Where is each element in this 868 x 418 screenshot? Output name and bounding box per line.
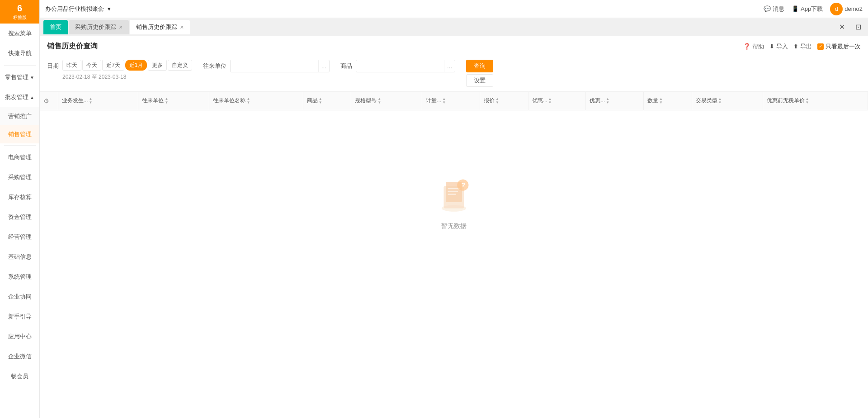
- sidebar-item-inventory[interactable]: 库存核算: [0, 187, 40, 207]
- sidebar-item-marketing[interactable]: 营销推广: [0, 107, 40, 125]
- sidebar-item-retail-mgmt[interactable]: 零售管理 ▼: [0, 67, 40, 87]
- sidebar-item-operation-mgmt[interactable]: 经营管理: [0, 227, 40, 247]
- sidebar-item-quick-nav[interactable]: 快捷导航: [0, 43, 40, 63]
- sidebar-divider: [4, 65, 36, 66]
- sidebar-logo[interactable]: 6 标推版: [0, 0, 40, 24]
- tab-purchase-history[interactable]: 采购历史价跟踪 ×: [69, 20, 129, 34]
- message-label: 消息: [773, 5, 784, 13]
- settings-button[interactable]: 设置: [466, 74, 493, 87]
- sort-arrows-spec[interactable]: ▲▼: [377, 97, 381, 104]
- col-header-qty: 数量 ▲▼: [647, 97, 688, 104]
- export-button[interactable]: ⬆ 导出: [793, 43, 812, 51]
- sidebar-item-app-center[interactable]: 应用中心: [0, 327, 40, 347]
- sidebar-item-label: 营销推广: [8, 112, 32, 120]
- sort-arrows-unit[interactable]: ▲▼: [442, 97, 446, 104]
- close-all-tabs-button[interactable]: ✕: [835, 21, 848, 33]
- sidebar-item-basic-info[interactable]: 基础信息: [0, 247, 40, 267]
- col-header-discount1: 优惠... ▲▼: [532, 97, 582, 104]
- col-label: 往来单位名称: [213, 97, 245, 104]
- query-button[interactable]: 查询: [466, 60, 493, 72]
- col-label: 业务发生...: [62, 97, 88, 104]
- sort-arrows-partner-code[interactable]: ▲▼: [165, 97, 168, 104]
- sort-arrows-discount2[interactable]: ▲▼: [606, 97, 609, 104]
- sidebar-item-label: 畅会员: [11, 372, 28, 380]
- topbar-dropdown-icon[interactable]: ▾: [108, 5, 111, 12]
- col-header-biz-date: 业务发生... ▲▼: [62, 97, 135, 104]
- sidebar-item-label: 采购管理: [8, 173, 32, 181]
- page-header: 销售历史价查询 ❓ 帮助 ⬇ 导入 ⬆ 导出 ✓ 只看最后一次: [40, 36, 868, 55]
- th-quote: 报价 ▲▼: [480, 92, 528, 110]
- user-profile[interactable]: d demo2: [830, 3, 863, 15]
- date-btn-1month[interactable]: 近1月: [125, 60, 147, 71]
- sort-arrows-qty[interactable]: ▲▼: [659, 97, 663, 104]
- th-goods: 商品 ▲▼: [303, 92, 351, 110]
- sidebar-item-enterprise-coop[interactable]: 企业协同: [0, 287, 40, 307]
- tab-purchase-label: 采购历史价跟踪: [75, 23, 116, 31]
- date-buttons-group: 昨天 今天 近7天 近1月 更多 自定义: [62, 60, 192, 71]
- sidebar-item-new-guide[interactable]: 新手引导: [0, 307, 40, 327]
- goods-input[interactable]: [356, 63, 443, 70]
- date-btn-today[interactable]: 今天: [82, 60, 101, 71]
- sidebar-item-label: 快捷导航: [8, 49, 32, 57]
- sort-arrows-quote[interactable]: ▲▼: [495, 97, 499, 104]
- partner-input[interactable]: [231, 63, 318, 70]
- help-button[interactable]: ❓ 帮助: [743, 43, 764, 51]
- col-label: 规格型号: [355, 97, 377, 104]
- app-download-button[interactable]: 📱 App下载: [792, 5, 823, 13]
- chevron-up-icon: ▲: [30, 95, 34, 100]
- goods-input-dots[interactable]: ...: [444, 60, 455, 72]
- sidebar-item-sales-mgmt[interactable]: 销售管理: [0, 125, 40, 143]
- only-last-checkbox-label[interactable]: ✓ 只看最后一次: [817, 43, 861, 51]
- col-header-unit: 计量... ▲▼: [426, 97, 476, 104]
- sidebar: 6 标推版 搜索菜单 快捷导航 零售管理 ▼ 批发管理 ▲ 营销推广 销售管理 …: [0, 0, 40, 418]
- sidebar-item-label: 基础信息: [8, 253, 32, 261]
- sidebar-item-label: 搜索菜单: [8, 29, 32, 38]
- svg-rect-5: [448, 194, 456, 195]
- sort-arrows-biz-date[interactable]: ▲▼: [89, 97, 93, 104]
- sidebar-item-label: 销售管理: [8, 130, 32, 138]
- page-header-actions: ❓ 帮助 ⬇ 导入 ⬆ 导出 ✓ 只看最后一次: [743, 43, 861, 51]
- sidebar-item-member[interactable]: 畅会员: [0, 366, 40, 386]
- only-last-checkbox[interactable]: ✓: [817, 43, 824, 50]
- partner-input-dots[interactable]: ...: [318, 60, 330, 72]
- date-btn-more[interactable]: 更多: [148, 60, 167, 71]
- col-label: 交易类型: [696, 97, 717, 104]
- sidebar-item-purchase-mgmt[interactable]: 采购管理: [0, 167, 40, 187]
- sidebar-item-sys-mgmt[interactable]: 系统管理: [0, 267, 40, 287]
- import-button[interactable]: ⬇ 导入: [769, 43, 788, 51]
- tab-sales-history[interactable]: 销售历史价跟踪 ×: [130, 20, 190, 34]
- sort-arrows-trade-type[interactable]: ▲▼: [718, 97, 722, 104]
- sort-arrows-discount1[interactable]: ▲▼: [548, 97, 552, 104]
- empty-icon: ?: [431, 171, 476, 217]
- date-btn-custom[interactable]: 自定义: [168, 60, 192, 71]
- export-icon: ⬆: [793, 43, 798, 50]
- partner-filter-label: 往来单位: [203, 60, 226, 72]
- sidebar-item-wholesale-mgmt[interactable]: 批发管理 ▲: [0, 87, 40, 107]
- tab-purchase-close-icon[interactable]: ×: [119, 24, 123, 30]
- th-discount1: 优惠... ▲▼: [528, 92, 586, 110]
- sidebar-item-enterprise-wechat[interactable]: 企业微信: [0, 347, 40, 366]
- sidebar-item-search-menu[interactable]: 搜索菜单: [0, 24, 40, 43]
- th-qty: 数量 ▲▼: [643, 92, 692, 110]
- col-label: 优惠...: [590, 97, 605, 104]
- date-btn-7days[interactable]: 近7天: [102, 60, 124, 71]
- date-filter-label: 日期: [47, 60, 59, 72]
- col-header-pretax-price: 优惠前无税单价 ▲▼: [767, 97, 864, 104]
- tab-sales-close-icon[interactable]: ×: [180, 24, 184, 30]
- sidebar-item-ecommerce-mgmt[interactable]: 电商管理: [0, 147, 40, 167]
- sidebar-item-label: 应用中心: [8, 332, 32, 341]
- gear-icon[interactable]: ⚙: [43, 97, 49, 104]
- col-header-partner-name: 往来单位名称 ▲▼: [213, 97, 299, 104]
- sort-arrows-partner-name[interactable]: ▲▼: [246, 97, 250, 104]
- date-btn-yesterday[interactable]: 昨天: [62, 60, 81, 71]
- th-gear: ⚙: [40, 92, 58, 110]
- tab-home[interactable]: 首页: [43, 20, 68, 34]
- sort-arrows-pretax-price[interactable]: ▲▼: [806, 97, 809, 104]
- sort-arrows-goods[interactable]: ▲▼: [319, 97, 322, 104]
- topbar: 办公用品行业模拟账套 ▾ 💬 消息 📱 App下载 d demo2: [40, 0, 868, 18]
- sidebar-item-finance-mgmt[interactable]: 资金管理: [0, 207, 40, 227]
- table-header: ⚙ 业务发生... ▲▼ 往来单位 ▲▼: [40, 92, 868, 110]
- message-button[interactable]: 💬 消息: [764, 5, 784, 13]
- col-label: 报价: [484, 97, 495, 104]
- maximize-button[interactable]: ⊡: [852, 21, 864, 33]
